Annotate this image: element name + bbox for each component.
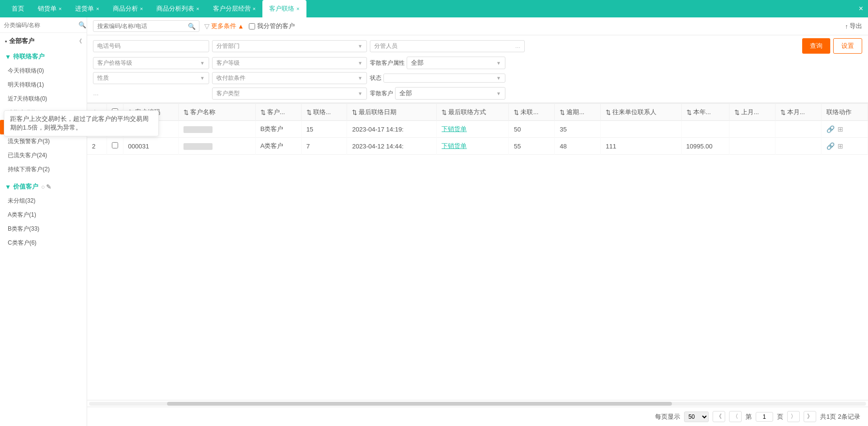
page-number-input[interactable] [756, 412, 773, 422]
sidebar-item-ungroup[interactable]: 未分组(32) [0, 194, 87, 208]
row2-overdue: 48 [555, 138, 601, 155]
th-contact-count[interactable]: ⇅ 联络... [301, 104, 347, 121]
scatter-attr-label: 零散客户属性 [370, 59, 405, 67]
row2-checkbox[interactable] [112, 142, 118, 148]
phone-field[interactable]: 电话号码 [93, 40, 209, 52]
sidebar-item-c-class[interactable]: C类客户(6) [0, 236, 87, 250]
dept-field[interactable]: 分管部门 ▼ [212, 40, 367, 52]
nav-item-purchase[interactable]: 进货单 × [68, 0, 106, 17]
th-last-date-sort-icon: ⇅ [352, 109, 357, 116]
sidebar-collapse-icon[interactable]: 《 [76, 38, 82, 45]
last-page-button[interactable]: 》 [804, 411, 816, 422]
th-type[interactable]: ⇅ 客户... [255, 104, 301, 121]
nav-item-home[interactable]: 首页 [5, 0, 31, 17]
customer-grade-field[interactable]: 客户等级 ▼ [212, 57, 367, 69]
manager-field[interactable]: 分管人员 … [370, 40, 525, 52]
th-actions-label: 联络动作 [826, 108, 852, 117]
scatter-attr-field[interactable]: 全部 ▼ [407, 57, 505, 69]
nav-item-analysis-list[interactable]: 商品分析列表 × [150, 0, 206, 17]
row2-last-method-link[interactable]: 下销货单 [442, 142, 467, 149]
first-page-button[interactable]: 《 [713, 411, 725, 422]
th-last-date[interactable]: ⇅ 最后联络日期 [347, 104, 437, 121]
scroll-thumb[interactable] [167, 402, 672, 406]
th-name[interactable]: ⇅ 客户名称 [179, 104, 255, 121]
setting-button[interactable]: 设置 [833, 38, 862, 54]
th-last-month[interactable]: ⇅ 上月... [729, 104, 775, 121]
th-year-sort-icon: ⇅ [686, 109, 692, 116]
sidebar-item-loss-warning[interactable]: 流失预警客户(3) [0, 134, 87, 148]
value-section-title[interactable]: ▼ 价值客户 ○ ✎ [0, 179, 87, 194]
row2-last-method[interactable]: 下销货单 [437, 138, 509, 155]
th-current-month[interactable]: ⇅ 本月... [775, 104, 821, 121]
th-partner-contact[interactable]: ⇅ 往来单位联系人 [601, 104, 681, 121]
sidebar-search-input[interactable] [4, 22, 76, 29]
manager-ellipsis-icon[interactable]: … [515, 43, 520, 49]
scatter-customer-field[interactable]: 全部 ▼ [395, 87, 505, 100]
row1-last-method-link[interactable]: 下销货单 [442, 125, 467, 132]
nav-item-analysis[interactable]: 商品分析 × [106, 0, 150, 17]
value-edit-icon[interactable]: ○ [41, 183, 45, 191]
query-button[interactable]: 查询 [802, 38, 830, 54]
sidebar-item-today[interactable]: 今天待联络(0) [0, 64, 87, 78]
payment-field[interactable]: 收付款条件 ▼ [212, 72, 367, 84]
th-current-year[interactable]: ⇅ 本年... [681, 104, 729, 121]
row2-partner-contact: 111 [601, 138, 681, 155]
more-fields-wrapper: … [93, 90, 209, 97]
table-row: 1 000039 B类客户 15 2023-04-17 14:19: [87, 121, 868, 138]
sidebar-item-tomorrow[interactable]: 明天待联络(1) [0, 78, 87, 92]
export-button[interactable]: ↑ 导出 [845, 22, 863, 30]
nature-field[interactable]: 性质 ▼ [93, 72, 209, 84]
th-current-month-label: 本月... [787, 108, 805, 117]
nav-item-customer-tier[interactable]: 客户分层经营 × [206, 0, 262, 17]
th-partner-contact-label: 往来单位联系人 [612, 108, 656, 117]
row1-last-method[interactable]: 下销货单 [437, 121, 509, 138]
scatter-attr-wrapper: 零散客户属性 全部 ▼ [370, 57, 505, 69]
row2-action-buttons: 🔗 ⊞ [826, 142, 863, 150]
per-page-select[interactable]: 50 20 100 [684, 411, 709, 422]
my-customers-checkbox[interactable] [249, 23, 255, 29]
my-customers-checkbox-wrapper[interactable]: 我分管的客户 [249, 22, 295, 30]
sidebar-item-7days[interactable]: 近7天待联络(0) [0, 92, 87, 106]
th-last-method-label: 最后联络方式 [448, 108, 486, 117]
horizontal-scrollbar[interactable] [87, 400, 868, 407]
next-page-button[interactable]: 〉 [787, 411, 800, 422]
row1-grid-icon[interactable]: ⊞ [838, 125, 843, 133]
nav-close-customer-contact[interactable]: × [296, 6, 299, 12]
search-input[interactable] [93, 20, 199, 32]
th-last-method[interactable]: ⇅ 最后联络方式 [437, 104, 509, 121]
status-field[interactable]: ▼ [383, 73, 505, 83]
all-customers-header[interactable]: ▪ 全部客户 《 [0, 33, 87, 49]
nav-item-sales[interactable]: 销货单 × [31, 0, 68, 17]
nav-item-customer-contact[interactable]: 客户联络 × [262, 0, 306, 17]
row1-name-blurred [183, 126, 213, 133]
price-grade-field[interactable]: 客户价格等级 ▼ [93, 57, 209, 69]
pending-section-label: 待联络客户 [13, 52, 45, 61]
sidebar-item-declining[interactable]: 持续下滑客户(2) [0, 162, 87, 176]
more-conditions-button[interactable]: ▽ 更多条件 ▲ [204, 22, 244, 30]
th-not-contacted[interactable]: ⇅ 未联... [509, 104, 555, 121]
row2-link-icon[interactable]: 🔗 [826, 142, 835, 150]
row1-current-month [775, 121, 821, 138]
sidebar-item-b-class[interactable]: B类客户(33) [0, 222, 87, 236]
nav-close-analysis[interactable]: × [140, 6, 143, 12]
row2-grid-icon[interactable]: ⊞ [838, 142, 843, 150]
prev-page-button[interactable]: 〈 [729, 411, 742, 422]
value-settings-icon[interactable]: ✎ [46, 183, 51, 191]
nav-close-customer-tier[interactable]: × [253, 6, 256, 12]
value-section-label: 价值客户 [13, 182, 38, 191]
more-fields-icon[interactable]: … [93, 90, 99, 97]
nav-close-analysis-list[interactable]: × [196, 6, 199, 12]
sidebar-search-icon[interactable]: 🔍 [78, 21, 86, 29]
row1-link-icon[interactable]: 🔗 [826, 125, 835, 133]
sidebar-item-lost[interactable]: 已流失客户(24) [0, 148, 87, 162]
th-overdue[interactable]: ⇅ 逾期... [555, 104, 601, 121]
search-icon[interactable]: 🔍 [188, 23, 196, 30]
customer-type-field[interactable]: 客户类型 ▼ [212, 88, 367, 100]
per-page-label: 每页显示 [655, 412, 680, 421]
sidebar-item-a-class[interactable]: A类客户(1) [0, 208, 87, 222]
window-close-button[interactable]: × [859, 4, 863, 13]
scatter-attr-value: 全部 [411, 59, 424, 67]
nav-close-sales[interactable]: × [59, 6, 61, 12]
nav-close-purchase[interactable]: × [96, 6, 99, 12]
pending-section-title[interactable]: ▼ 待联络客户 [0, 49, 87, 64]
